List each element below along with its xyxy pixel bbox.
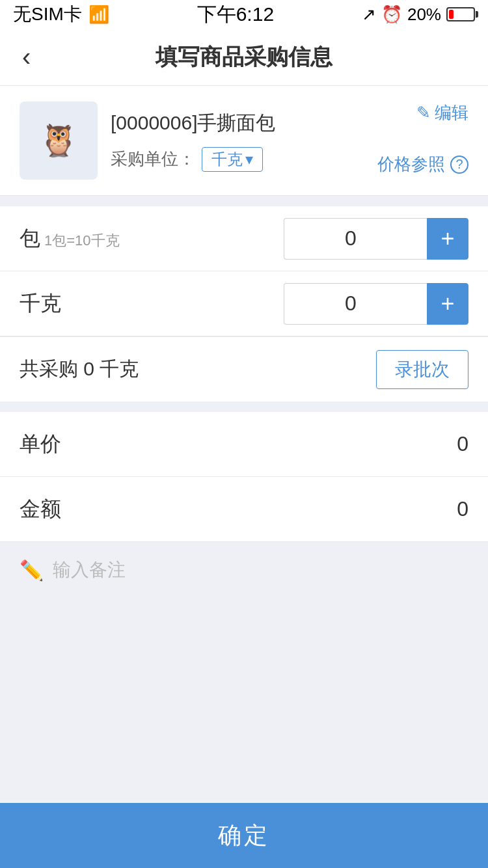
price-ref-button[interactable]: 价格参照 ?	[377, 153, 468, 176]
summary-label: 共采购	[20, 358, 78, 379]
status-left: 无SIM卡 📶	[13, 2, 109, 27]
unit-value: 千克	[211, 149, 243, 170]
pack-input-group: +	[284, 218, 468, 260]
battery-icon	[446, 7, 475, 21]
summary-row: 共采购 0 千克 录批次	[0, 336, 488, 401]
kg-row: 千克 +	[0, 271, 488, 336]
divider-2	[0, 401, 488, 412]
pack-sublabel: 1包=10千克	[44, 232, 120, 249]
pencil-icon: ✏️	[20, 559, 44, 582]
kg-input-group: +	[284, 283, 468, 325]
unit-price-row: 单价 0	[0, 412, 488, 477]
price-ref-label: 价格参照	[377, 153, 445, 176]
summary-unit: 千克	[100, 358, 139, 379]
product-logo: 🦉	[39, 122, 78, 159]
page-title: 填写商品采购信息	[156, 42, 332, 72]
confirm-bar: 确定	[0, 803, 488, 868]
confirm-button[interactable]: 确定	[0, 803, 488, 868]
content-fill	[0, 598, 488, 800]
record-batch-button[interactable]: 录批次	[376, 350, 468, 389]
kg-plus-button[interactable]: +	[427, 283, 468, 325]
pack-row: 包1包=10千克 +	[0, 206, 488, 271]
amount-value: 0	[457, 497, 468, 521]
nav-bar: ‹ 填写商品采购信息	[0, 29, 488, 86]
amount-label: 金额	[20, 495, 61, 524]
pack-input[interactable]	[284, 218, 427, 260]
edit-button[interactable]: ✎ 编辑	[416, 102, 468, 124]
kg-label: 千克	[20, 290, 124, 318]
status-bar: 无SIM卡 📶 下午6:12 ↗ ⏰ 20%	[0, 0, 488, 29]
price-section: 单价 0 金额 0	[0, 412, 488, 542]
wifi-icon: 📶	[88, 5, 109, 25]
time-text: 下午6:12	[197, 1, 274, 28]
quantity-section: 包1包=10千克 + 千克 + 共采购 0 千克 录批次	[0, 206, 488, 401]
price-ref-icon: ?	[450, 156, 468, 174]
pack-plus-icon: +	[441, 225, 454, 252]
divider-1	[0, 196, 488, 206]
kg-input[interactable]	[284, 283, 427, 325]
location-icon: ↗	[362, 5, 376, 25]
unit-price-label: 单价	[20, 430, 61, 459]
carrier-text: 无SIM卡	[13, 2, 82, 27]
summary-value: 0	[83, 358, 94, 379]
back-button[interactable]: ‹	[16, 36, 37, 78]
kg-plus-icon: +	[441, 290, 454, 318]
unit-label: 采购单位：	[111, 148, 195, 170]
battery-text: 20%	[407, 5, 441, 25]
product-name: [0000006]手撕面包	[111, 110, 468, 137]
unit-price-value: 0	[457, 432, 468, 456]
unit-dropdown[interactable]: 千克 ▾	[202, 147, 263, 172]
pack-plus-button[interactable]: +	[427, 218, 468, 260]
pack-label: 包1包=10千克	[20, 224, 124, 253]
status-right: ↗ ⏰ 20%	[362, 5, 475, 25]
dropdown-arrow: ▾	[245, 150, 253, 169]
edit-label: 编辑	[435, 102, 468, 124]
product-image: 🦉	[20, 102, 98, 180]
remark-section[interactable]: ✏️ 输入备注	[0, 542, 488, 598]
summary-text: 共采购 0 千克	[20, 356, 139, 383]
product-card: 🦉 [0000006]手撕面包 采购单位： 千克 ▾ ✎ 编辑 价格参照 ?	[0, 86, 488, 196]
edit-icon: ✎	[416, 103, 431, 123]
remark-placeholder: 输入备注	[53, 558, 126, 582]
amount-row: 金额 0	[0, 477, 488, 542]
alarm-icon: ⏰	[381, 5, 402, 25]
